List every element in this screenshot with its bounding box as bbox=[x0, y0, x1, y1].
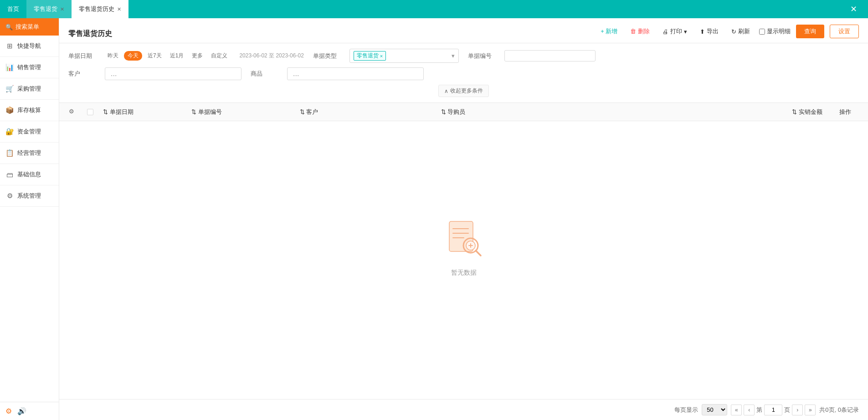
customer-dots: ... bbox=[111, 70, 117, 78]
main-layout: 🔍 搜索菜单 ⊞ 快捷导航 📊 销售管理 🛒 采购管理 📦 库存核算 🔐 资金管… bbox=[0, 18, 868, 420]
column-settings-icon[interactable]: ⚙ bbox=[69, 108, 77, 116]
collapse-icon: ∧ bbox=[444, 88, 448, 94]
inventory-icon: 📦 bbox=[5, 106, 14, 114]
print-label: 打印 bbox=[670, 27, 682, 36]
total-info: 共0页, 0条记录 bbox=[819, 406, 859, 414]
th-no[interactable]: ⇅ 单据编号 bbox=[187, 108, 295, 116]
doc-no-label: 单据编号 bbox=[468, 52, 495, 60]
th-checkbox bbox=[82, 109, 98, 115]
tab-home[interactable]: 首页 bbox=[0, 0, 26, 18]
empty-illustration bbox=[441, 216, 487, 261]
th-customer-label: ⇅ 客户 bbox=[300, 108, 318, 116]
tab-retail-return-history-close[interactable]: ✕ bbox=[117, 6, 121, 12]
empty-text: 暂无数据 bbox=[451, 269, 477, 277]
sidebar-item-inventory[interactable]: 📦 库存核算 bbox=[0, 100, 59, 121]
sidebar-item-basic-info[interactable]: 🗃 基础信息 bbox=[0, 164, 59, 185]
sidebar-item-sys-mgmt[interactable]: ⚙ 系统管理 bbox=[0, 185, 59, 207]
tab-retail-return-history[interactable]: 零售退货历史 ✕ bbox=[72, 0, 128, 18]
goods-select[interactable]: ... bbox=[287, 67, 424, 80]
date-btn-today[interactable]: 今天 bbox=[124, 51, 142, 61]
date-btn-1month[interactable]: 近1月 bbox=[167, 51, 187, 61]
settings-gear-icon[interactable]: ⚙ bbox=[5, 407, 12, 415]
th-customer[interactable]: ⇅ 客户 bbox=[295, 108, 437, 116]
prev-page-btn[interactable]: ‹ bbox=[744, 405, 755, 415]
filter-area: 单据日期 昨天 今天 近7天 近1月 更多 自定义 2023-06-02 至 2… bbox=[59, 43, 868, 103]
goods-filter-label: 商品 bbox=[251, 70, 278, 78]
tab-retail-return-close[interactable]: ✕ bbox=[60, 6, 64, 12]
data-table: ⚙ ⇅ 单据日期 ⇅ 单据编号 ⇅ 客户 ⇅ 导购员 bbox=[59, 103, 868, 399]
collapse-row: ∧ 收起更多条件 bbox=[68, 85, 859, 97]
tab-home-label: 首页 bbox=[7, 5, 19, 13]
purchase-mgmt-icon: 🛒 bbox=[5, 85, 14, 93]
quick-nav-icon: ⊞ bbox=[5, 42, 14, 50]
basic-info-icon: 🗃 bbox=[5, 170, 14, 179]
doc-no-input[interactable] bbox=[504, 50, 596, 61]
display-detail-checkbox[interactable]: 显示明细 bbox=[759, 27, 791, 36]
tab-retail-return-history-label: 零售退货历史 bbox=[79, 5, 114, 13]
customer-select[interactable]: ... bbox=[105, 67, 241, 80]
tab-retail-return-label: 零售退货 bbox=[34, 5, 57, 13]
doc-type-select[interactable]: 零售退货 × ▾ bbox=[349, 49, 459, 63]
last-page-btn[interactable]: » bbox=[805, 405, 816, 415]
refresh-button[interactable]: ↻ 刷新 bbox=[728, 26, 754, 37]
per-page-select[interactable]: 50 10 20 100 bbox=[702, 404, 727, 415]
sidebar-item-quick-nav[interactable]: ⊞ 快捷导航 bbox=[0, 36, 59, 57]
set-button[interactable]: 设置 bbox=[830, 25, 859, 38]
collapse-button[interactable]: ∧ 收起更多条件 bbox=[438, 85, 489, 97]
first-page-btn[interactable]: « bbox=[731, 405, 742, 415]
sidebar-item-finance[interactable]: 🔐 资金管理 bbox=[0, 121, 59, 143]
window-close-btn[interactable]: ✕ bbox=[847, 4, 861, 14]
export-label: 导出 bbox=[707, 27, 719, 36]
sidebar-item-operation[interactable]: 📋 经营管理 bbox=[0, 143, 59, 164]
finance-icon: 🔐 bbox=[5, 128, 14, 136]
sidebar-item-label: 系统管理 bbox=[17, 192, 41, 200]
sys-mgmt-icon: ⚙ bbox=[5, 192, 14, 200]
filter-row-1: 单据日期 昨天 今天 近7天 近1月 更多 自定义 2023-06-02 至 2… bbox=[68, 49, 859, 63]
new-button[interactable]: + 新增 bbox=[597, 26, 621, 37]
page-number-input[interactable] bbox=[764, 405, 782, 415]
print-button[interactable]: 🖨 打印 ▾ bbox=[659, 26, 691, 37]
page-nav: « ‹ 第 页 › » bbox=[731, 405, 816, 415]
collapse-label: 收起更多条件 bbox=[450, 87, 483, 95]
date-btn-more[interactable]: 更多 bbox=[189, 51, 205, 61]
th-guide-label: ⇅ 导购员 bbox=[441, 108, 466, 116]
tab-retail-return[interactable]: 零售退货 ✕ bbox=[26, 0, 72, 18]
display-detail-input[interactable] bbox=[759, 29, 765, 35]
date-btn-yesterday[interactable]: 昨天 bbox=[105, 51, 121, 61]
export-icon: ⬆ bbox=[700, 28, 705, 35]
date-btn-7days[interactable]: 近7天 bbox=[145, 51, 164, 61]
print-chevron-icon: ▾ bbox=[684, 28, 687, 35]
doc-type-tag: 零售退货 × bbox=[354, 51, 386, 61]
date-filter-label: 单据日期 bbox=[68, 52, 96, 60]
date-btn-custom[interactable]: 自定义 bbox=[208, 51, 230, 61]
th-action: 操作 bbox=[827, 108, 863, 116]
page-label: 第 bbox=[756, 406, 762, 414]
search-icon: 🔍 bbox=[5, 24, 13, 31]
goods-dots: ... bbox=[293, 70, 299, 78]
query-button[interactable]: 查询 bbox=[796, 25, 824, 38]
per-page-label: 每页显示 bbox=[674, 406, 698, 414]
delete-button[interactable]: 🗑 删除 bbox=[627, 26, 653, 37]
th-no-label: ⇅ 单据编号 bbox=[191, 108, 222, 116]
sidebar-item-purchase-mgmt[interactable]: 🛒 采购管理 bbox=[0, 78, 59, 100]
doc-type-tag-remove[interactable]: × bbox=[380, 53, 383, 59]
th-guide[interactable]: ⇅ 导购员 bbox=[437, 108, 545, 116]
empty-state: 暂无数据 bbox=[59, 121, 868, 399]
next-page-btn[interactable]: › bbox=[792, 405, 803, 415]
sidebar-item-sales-mgmt[interactable]: 📊 销售管理 bbox=[0, 57, 59, 78]
th-amount[interactable]: ⇅ 实销金额 bbox=[752, 108, 827, 116]
filter-row-2: 客户 ... 商品 ... bbox=[68, 67, 859, 80]
sales-mgmt-icon: 📊 bbox=[5, 63, 14, 72]
sidebar-bottom: ⚙ 🔊 bbox=[0, 402, 59, 420]
doc-type-tag-text: 零售退货 bbox=[357, 52, 379, 60]
select-all-checkbox[interactable] bbox=[87, 109, 93, 115]
search-menu-btn[interactable]: 🔍 搜索菜单 bbox=[0, 18, 59, 36]
customer-filter-label: 客户 bbox=[68, 70, 96, 78]
pagination: 每页显示 50 10 20 100 « ‹ 第 页 › » 共0页, 0条记录 bbox=[59, 399, 868, 420]
export-button[interactable]: ⬆ 导出 bbox=[696, 26, 722, 37]
sidebar-item-label: 资金管理 bbox=[17, 128, 41, 136]
page-header: 零售退货历史 + 新增 🗑 删除 🖨 打印 ▾ ⬆ 导出 ↻ 刷新 bbox=[59, 18, 868, 43]
tab-list: 首页 零售退货 ✕ 零售退货历史 ✕ bbox=[0, 0, 847, 18]
th-date[interactable]: ⇅ 单据日期 bbox=[98, 108, 187, 116]
volume-icon[interactable]: 🔊 bbox=[17, 407, 26, 415]
